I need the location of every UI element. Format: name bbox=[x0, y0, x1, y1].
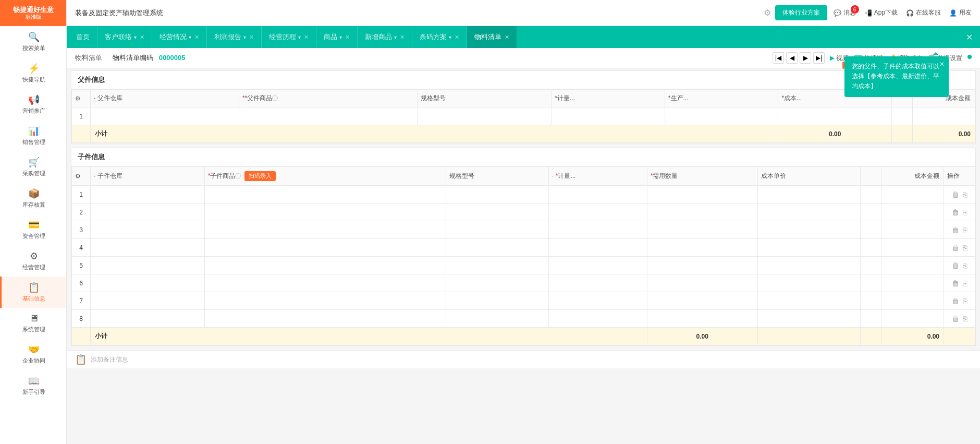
child-qty-cell[interactable] bbox=[647, 292, 757, 310]
child-qty-cell[interactable] bbox=[647, 186, 757, 203]
tab-new-product[interactable]: 新增商品 ▾ ✕ bbox=[358, 26, 412, 48]
sidebar-item-guide[interactable]: 📖 新手引导 bbox=[0, 370, 66, 401]
child-spec-cell[interactable] bbox=[446, 257, 548, 274]
child-unit-cost-cell[interactable] bbox=[757, 257, 860, 274]
tab-close-all[interactable]: ✕ bbox=[961, 32, 978, 42]
copy-row-btn[interactable]: ⎘ bbox=[963, 279, 967, 287]
child-product-cell[interactable] bbox=[204, 274, 446, 292]
child-unit-cost-cell[interactable] bbox=[757, 203, 860, 221]
delete-row-btn[interactable]: 🗑 bbox=[952, 226, 959, 234]
child-unit-cell[interactable] bbox=[549, 186, 647, 203]
copy-row-btn[interactable]: ⎘ bbox=[963, 190, 967, 199]
child-warehouse-cell[interactable] bbox=[91, 274, 205, 292]
close-icon-8[interactable]: ✕ bbox=[505, 34, 509, 41]
close-icon-5[interactable]: ✕ bbox=[345, 34, 350, 41]
delete-row-btn[interactable]: 🗑 bbox=[952, 244, 959, 252]
child-product-cell[interactable] bbox=[204, 257, 446, 274]
child-spec-cell[interactable] bbox=[446, 310, 548, 328]
tab-operation[interactable]: 经营情况 ▾ ✕ bbox=[152, 26, 207, 48]
sidebar-item-collab[interactable]: 🤝 企业协同 bbox=[0, 339, 66, 370]
child-warehouse-cell[interactable] bbox=[91, 239, 205, 257]
tab-barcode[interactable]: 条码方案 ▾ ✕ bbox=[412, 26, 467, 48]
tab-product[interactable]: 商品 ▾ ✕ bbox=[316, 26, 358, 48]
delete-row-btn[interactable]: 🗑 bbox=[952, 208, 959, 217]
child-spec-cell[interactable] bbox=[446, 274, 548, 292]
child-qty-cell[interactable] bbox=[647, 257, 757, 274]
tab-home[interactable]: 首页 bbox=[69, 26, 97, 48]
child-qty-cell[interactable] bbox=[647, 203, 757, 221]
child-spec-cell[interactable] bbox=[446, 186, 548, 203]
experience-btn[interactable]: 体验行业方案 bbox=[775, 5, 827, 20]
child-warehouse-cell[interactable] bbox=[91, 292, 205, 310]
parent-prod-cell[interactable] bbox=[665, 107, 778, 125]
close-icon[interactable]: ✕ bbox=[140, 34, 144, 41]
child-warehouse-cell[interactable] bbox=[91, 257, 205, 274]
delete-row-btn[interactable]: 🗑 bbox=[952, 190, 959, 199]
delete-row-btn[interactable]: 🗑 bbox=[952, 279, 959, 287]
close-icon-4[interactable]: ✕ bbox=[304, 34, 309, 41]
tab-history[interactable]: 经营历程 ▾ ✕ bbox=[262, 26, 316, 48]
child-product-cell[interactable] bbox=[204, 292, 446, 310]
sidebar-item-quick-nav[interactable]: ⚡ 快捷导航 bbox=[0, 57, 66, 89]
sidebar-item-ops[interactable]: ⚙ 经营管理 bbox=[0, 245, 66, 277]
sidebar-item-search[interactable]: 🔍 搜索菜单 bbox=[0, 26, 66, 57]
child-spec-cell[interactable] bbox=[446, 239, 548, 257]
child-unit-cell[interactable] bbox=[549, 221, 647, 239]
tooltip-close-icon[interactable]: ✕ bbox=[939, 59, 945, 69]
child-unit-cost-cell[interactable] bbox=[757, 221, 860, 239]
child-spec-cell[interactable] bbox=[446, 203, 548, 221]
tab-bom[interactable]: 物料清单 ✕ bbox=[467, 26, 517, 48]
child-unit-cell[interactable] bbox=[549, 310, 647, 328]
child-spec-cell[interactable] bbox=[446, 221, 548, 239]
close-icon-7[interactable]: ✕ bbox=[455, 34, 459, 41]
child-qty-cell[interactable] bbox=[647, 239, 757, 257]
tab-customer[interactable]: 客户联络 ▾ ✕ bbox=[97, 26, 152, 48]
copy-row-btn[interactable]: ⎘ bbox=[963, 244, 967, 252]
child-qty-cell[interactable] bbox=[647, 274, 757, 292]
child-unit-cost-cell[interactable] bbox=[757, 292, 860, 310]
user-item[interactable]: 👤 用友 bbox=[949, 8, 972, 17]
child-qty-cell[interactable] bbox=[647, 221, 757, 239]
scan-btn[interactable]: 扫码录入 bbox=[244, 171, 276, 181]
child-unit-cell[interactable] bbox=[549, 292, 647, 310]
copy-row-btn[interactable]: ⎘ bbox=[963, 315, 967, 323]
child-unit-cost-cell[interactable] bbox=[757, 310, 860, 328]
sidebar-item-purchase[interactable]: 🛒 采购管理 bbox=[0, 151, 66, 183]
close-icon-6[interactable]: ✕ bbox=[400, 34, 405, 41]
delete-row-btn[interactable]: 🗑 bbox=[952, 297, 959, 305]
child-warehouse-cell[interactable] bbox=[91, 203, 205, 221]
child-config-gear-icon[interactable]: ⚙ bbox=[75, 173, 81, 180]
parent-unit-cell[interactable] bbox=[552, 107, 665, 125]
nav-prev[interactable]: ◀ bbox=[786, 52, 798, 64]
sidebar-item-inventory[interactable]: 📦 库存核算 bbox=[0, 183, 66, 214]
child-unit-cost-cell[interactable] bbox=[757, 274, 860, 292]
sidebar-item-system[interactable]: 🖥 系统管理 bbox=[0, 308, 66, 339]
child-product-cell[interactable] bbox=[204, 186, 446, 203]
child-product-cell[interactable] bbox=[204, 203, 446, 221]
parent-warehouse-cell[interactable] bbox=[91, 107, 239, 125]
copy-row-btn[interactable]: ⎘ bbox=[963, 226, 967, 234]
sidebar-item-basic[interactable]: 📋 基础信息 bbox=[0, 277, 66, 308]
child-product-cell[interactable] bbox=[204, 221, 446, 239]
child-warehouse-cell[interactable] bbox=[91, 310, 205, 328]
nav-next-next[interactable]: ▶| bbox=[813, 52, 825, 64]
delete-row-btn[interactable]: 🗑 bbox=[952, 261, 959, 270]
child-spec-cell[interactable] bbox=[446, 292, 548, 310]
sidebar-item-marketing[interactable]: 📢 营销推广 bbox=[0, 89, 66, 120]
sidebar-item-sales[interactable]: 📊 销售管理 bbox=[0, 120, 66, 151]
child-unit-cell[interactable] bbox=[549, 274, 647, 292]
child-unit-cost-cell[interactable] bbox=[757, 186, 860, 203]
child-unit-cell[interactable] bbox=[549, 257, 647, 274]
copy-row-btn[interactable]: ⎘ bbox=[963, 208, 967, 217]
close-icon-2[interactable]: ✕ bbox=[194, 34, 199, 41]
child-qty-cell[interactable] bbox=[647, 310, 757, 328]
app-download-item[interactable]: 📲 App下载 bbox=[864, 8, 898, 17]
copy-row-btn[interactable]: ⎘ bbox=[963, 297, 967, 305]
parent-product-cell[interactable] bbox=[239, 107, 418, 125]
child-warehouse-cell[interactable] bbox=[91, 221, 205, 239]
child-unit-cell[interactable] bbox=[549, 203, 647, 221]
message-nav-item[interactable]: 💬 6 消息 bbox=[834, 8, 856, 17]
child-unit-cell[interactable] bbox=[549, 239, 647, 257]
nav-prev-prev[interactable]: |◀ bbox=[773, 52, 784, 64]
close-icon-3[interactable]: ✕ bbox=[249, 34, 254, 41]
